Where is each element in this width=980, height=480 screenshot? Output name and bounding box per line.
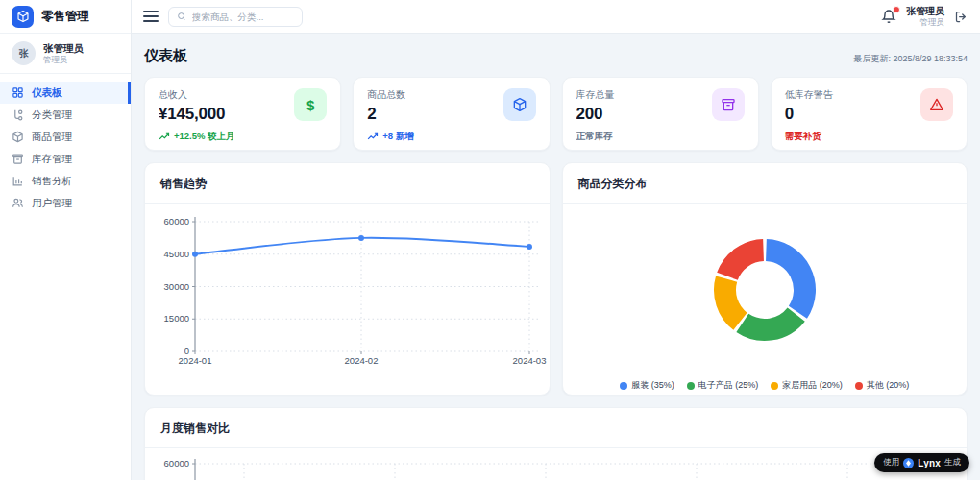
stats-row: 总收入 ¥145,000 +12.5% 较上月 $ 商品总数 2 +8 新增 [144, 77, 968, 151]
category-tree-icon [12, 108, 24, 121]
svg-text:60000: 60000 [164, 216, 189, 227]
sidebar-item-label: 销售分析 [32, 175, 72, 188]
sidebar-user-card: 张 张管理员 管理员 [0, 34, 131, 74]
search-icon [177, 12, 186, 21]
search-input[interactable] [192, 12, 294, 22]
legend-item: 家居用品 (20%) [771, 379, 843, 392]
stat-card-revenue: 总收入 ¥145,000 +12.5% 较上月 $ [144, 77, 341, 151]
legend-item: 其他 (20%) [855, 379, 910, 392]
topbar-user-name: 张管理员 [906, 6, 944, 17]
archive-icon [12, 153, 24, 165]
sidebar-item-label: 库存管理 [32, 153, 72, 166]
category-distribution-card: 商品分类分布 服装 (35%) 电子产品 (25%) 家居用品 (20%) 其他… [562, 162, 968, 396]
svg-text:15000: 15000 [164, 313, 189, 324]
sidebar-user-role: 管理员 [43, 55, 84, 65]
trend-up-icon [367, 132, 379, 143]
sidebar-user-name: 张管理员 [43, 42, 84, 55]
monthly-sales-bar-chart: 60000 [145, 448, 967, 480]
sidebar-item-users[interactable]: 用户管理 [0, 192, 131, 214]
stat-card-low-stock: 低库存警告 0 需要补货 [771, 77, 968, 151]
package-icon [12, 131, 24, 143]
chart-title: 商品分类分布 [578, 177, 648, 190]
app-title: 零售管理 [41, 9, 89, 25]
chart-title: 销售趋势 [160, 177, 207, 190]
stat-trend-text: +8 新增 [367, 131, 413, 143]
legend-item: 服装 (35%) [620, 379, 674, 392]
stat-card-products: 商品总数 2 +8 新增 [353, 77, 550, 151]
svg-text:60000: 60000 [164, 458, 189, 468]
bar-chart-icon [12, 175, 24, 187]
category-donut-chart: 服装 (35%) 电子产品 (25%) 家居用品 (20%) 其他 (20%) [563, 204, 968, 396]
hamburger-menu-icon[interactable] [143, 11, 159, 22]
stat-label: 库存总量 [576, 88, 615, 102]
lynx-brand-text: Lynx [918, 458, 941, 468]
alert-triangle-icon [920, 88, 953, 121]
sidebar-menu: 仪表板 分类管理 商品管理 库存管理 销售分析 用户管理 [0, 74, 131, 214]
sidebar-item-inventory[interactable]: 库存管理 [0, 148, 131, 170]
main-content: 仪表板 最后更新: 2025/8/29 18:33:54 总收入 ¥145,00… [132, 34, 980, 480]
stat-label: 低库存警告 [785, 88, 833, 102]
chart-title: 月度销售对比 [160, 421, 230, 435]
stat-value: 0 [785, 105, 833, 124]
stat-label: 商品总数 [367, 88, 413, 102]
monthly-sales-card: 月度销售对比 60000 [144, 407, 968, 480]
users-icon [12, 197, 24, 209]
legend-dot [855, 382, 863, 390]
svg-text:45000: 45000 [164, 249, 189, 259]
sales-trend-line-chart: 0150003000045000600002024-012024-022024-… [145, 204, 550, 396]
topbar: 张管理员 管理员 [132, 0, 980, 34]
donut-legend: 服装 (35%) 电子产品 (25%) 家居用品 (20%) 其他 (20%) [563, 379, 968, 392]
stat-card-inventory: 库存总量 200 正常库存 [562, 77, 759, 151]
sidebar-item-dashboard[interactable]: 仪表板 [0, 82, 131, 104]
svg-text:2024-03: 2024-03 [513, 355, 547, 366]
charts-row: 销售趋势 0150003000045000600002024-012024-02… [144, 162, 968, 396]
logout-button[interactable] [954, 10, 968, 24]
legend-dot [687, 382, 695, 390]
notification-dot [893, 6, 900, 13]
lynx-logo-icon [903, 458, 914, 468]
search-box[interactable] [168, 7, 303, 27]
archive-icon [712, 88, 745, 121]
stat-value: 2 [367, 105, 413, 124]
sidebar-item-categories[interactable]: 分类管理 [0, 104, 131, 126]
stat-sub-text: 正常库存 [576, 131, 615, 143]
trend-up-icon [159, 132, 170, 143]
stat-sub-text: 需要补货 [785, 131, 833, 143]
page-title: 仪表板 [144, 47, 187, 65]
topbar-user: 张管理员 管理员 [906, 6, 944, 27]
legend-item: 电子产品 (25%) [687, 379, 759, 392]
avatar: 张 [12, 41, 36, 65]
retail-dashboard-app: 零售管理 张 张管理员 管理员 仪表板 分类管理 商品管理 [0, 0, 980, 480]
dashboard-grid-icon [12, 86, 24, 99]
sidebar-item-label: 分类管理 [32, 108, 72, 122]
stat-value: 200 [576, 105, 615, 124]
brand-header: 零售管理 [0, 0, 131, 34]
sidebar-item-label: 仪表板 [32, 86, 62, 100]
logout-icon [954, 10, 968, 24]
svg-text:30000: 30000 [164, 281, 189, 292]
stat-label: 总收入 [159, 88, 235, 102]
sales-trend-card: 销售趋势 0150003000045000600002024-012024-02… [144, 162, 551, 396]
last-updated-text: 最后更新: 2025/8/29 18:33:54 [853, 53, 968, 65]
sidebar-item-label: 用户管理 [32, 197, 72, 210]
svg-text:2024-02: 2024-02 [345, 355, 379, 366]
app-logo-icon [12, 6, 34, 28]
package-icon [503, 88, 536, 121]
lynx-generated-badge[interactable]: 使用 Lynx 生成 [874, 453, 969, 472]
notifications-button[interactable] [881, 9, 896, 24]
sidebar: 零售管理 张 张管理员 管理员 仪表板 分类管理 商品管理 [0, 0, 132, 480]
sidebar-item-sales-analytics[interactable]: 销售分析 [0, 170, 131, 192]
legend-dot [771, 382, 778, 390]
svg-text:2024-01: 2024-01 [179, 355, 212, 366]
legend-dot [620, 382, 627, 390]
topbar-user-role: 管理员 [906, 17, 944, 27]
dollar-icon: $ [294, 88, 327, 121]
stat-trend-text: +12.5% 较上月 [159, 131, 235, 143]
sidebar-item-products[interactable]: 商品管理 [0, 126, 131, 148]
sidebar-item-label: 商品管理 [32, 131, 72, 144]
stat-value: ¥145,000 [159, 105, 235, 124]
